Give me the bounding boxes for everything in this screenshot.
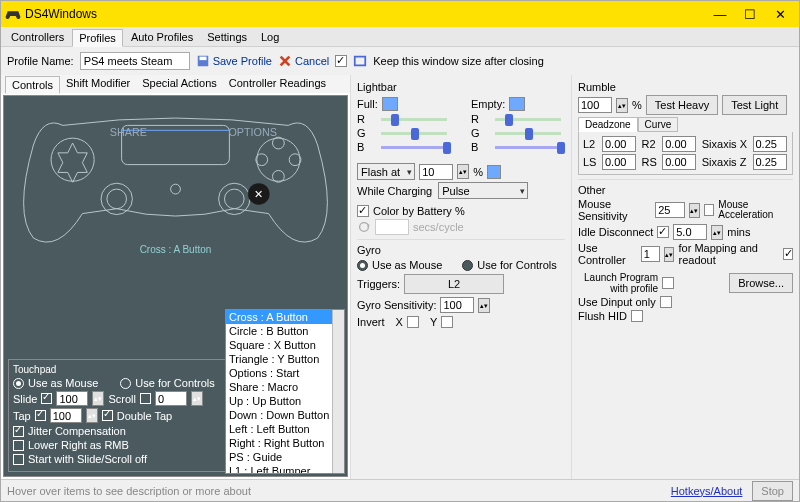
idle-value[interactable]: 5.0 — [673, 224, 707, 240]
tap-value[interactable]: 100 — [50, 408, 82, 423]
jitter-check[interactable] — [13, 426, 24, 437]
slide-value[interactable]: 100 — [56, 391, 88, 406]
ls-value[interactable]: 0.00 — [602, 154, 636, 170]
dinput-check[interactable] — [660, 296, 672, 308]
cancel-icon — [278, 54, 292, 68]
svg-point-7 — [51, 138, 94, 181]
profile-name-input[interactable] — [80, 52, 190, 70]
list-item[interactable]: Right : Right Button — [226, 436, 344, 450]
r2-value[interactable]: 0.00 — [662, 136, 696, 152]
tap-check[interactable] — [35, 410, 46, 421]
scroll-value[interactable]: 0 — [155, 391, 187, 406]
tab-controllers[interactable]: Controllers — [5, 29, 70, 45]
flash-swatch[interactable] — [487, 165, 501, 179]
empty-color[interactable] — [509, 97, 525, 111]
list-item[interactable]: Down : Down Button — [226, 408, 344, 422]
rumble-spinner[interactable]: ▴▾ — [616, 98, 628, 113]
hotkeys-link[interactable]: Hotkeys/About — [671, 485, 743, 497]
full-r-slider[interactable] — [371, 114, 451, 124]
flash-value[interactable]: 10 — [419, 164, 453, 180]
keep-size-checkbox[interactable] — [335, 55, 347, 67]
subtab-special[interactable]: Special Actions — [136, 75, 223, 93]
use-controller-value[interactable]: 1 — [641, 246, 660, 262]
mapping-list[interactable]: Cross : A Button Circle : B Button Squar… — [225, 309, 345, 474]
rumble-value[interactable]: 100 — [578, 97, 612, 113]
slide-spinner[interactable]: ▴▾ — [92, 391, 104, 406]
browse-button[interactable]: Browse... — [729, 273, 793, 293]
list-item[interactable]: Square : X Button — [226, 338, 344, 352]
lower-rmb-check[interactable] — [13, 440, 24, 451]
sixaxis-z-value[interactable]: 0.25 — [753, 154, 787, 170]
idle-check[interactable] — [657, 226, 669, 238]
invert-y-check[interactable] — [441, 316, 453, 328]
subtab-readings[interactable]: Controller Readings — [223, 75, 332, 93]
svg-point-15 — [219, 183, 250, 214]
sixaxis-x-value[interactable]: 0.25 — [753, 136, 787, 152]
close-button[interactable]: ✕ — [765, 7, 795, 22]
start-off-check[interactable] — [13, 454, 24, 465]
mapping-readout-check[interactable] — [783, 248, 793, 260]
tap-spinner[interactable]: ▴▾ — [86, 408, 98, 423]
tab-auto-profiles[interactable]: Auto Profiles — [125, 29, 199, 45]
touchpad-mouse-radio[interactable] — [13, 378, 24, 389]
list-item[interactable]: Options : Start — [226, 366, 344, 380]
svg-point-8 — [257, 138, 300, 181]
rs-value[interactable]: 0.00 — [662, 154, 696, 170]
tab-profiles[interactable]: Profiles — [72, 29, 123, 47]
empty-r-slider[interactable] — [485, 114, 565, 124]
save-profile-button[interactable]: Save Profile — [196, 54, 272, 68]
cycle-icon — [357, 220, 371, 234]
full-g-slider[interactable] — [371, 128, 451, 138]
launch-check[interactable] — [662, 277, 674, 289]
stop-button[interactable]: Stop — [752, 481, 793, 501]
color-battery-check[interactable] — [357, 205, 369, 217]
empty-g-slider[interactable] — [485, 128, 565, 138]
flush-check[interactable] — [631, 310, 643, 322]
tab-log[interactable]: Log — [255, 29, 285, 45]
scroll-spinner[interactable]: ▴▾ — [191, 391, 203, 406]
touchpad-controls-radio[interactable] — [120, 378, 131, 389]
scroll-check[interactable] — [140, 393, 151, 404]
tab-settings[interactable]: Settings — [201, 29, 253, 45]
subtab-controls[interactable]: Controls — [5, 76, 60, 94]
mouse-accel-check[interactable] — [704, 204, 715, 216]
list-item[interactable]: Cross : A Button — [226, 310, 344, 324]
secs-label: secs/cycle — [413, 221, 464, 233]
tab-deadzone[interactable]: Deadzone — [578, 117, 638, 132]
cancel-button[interactable]: Cancel — [278, 54, 329, 68]
l2-value[interactable]: 0.00 — [602, 136, 636, 152]
gyro-sens-spinner[interactable]: ▴▾ — [478, 298, 490, 313]
flash-spinner[interactable]: ▴▾ — [457, 164, 469, 179]
cycle-value — [375, 219, 409, 235]
list-item[interactable]: L1 : Left Bumper — [226, 464, 344, 474]
minimize-button[interactable]: — — [705, 7, 735, 22]
subtab-shift[interactable]: Shift Modifier — [60, 75, 136, 93]
full-color[interactable] — [382, 97, 398, 111]
gyro-mouse-radio[interactable] — [357, 260, 368, 271]
list-item[interactable]: PS : Guide — [226, 450, 344, 464]
list-scrollbar[interactable] — [332, 310, 344, 473]
invert-label: Invert — [357, 316, 385, 328]
gyro-sens-value[interactable]: 100 — [440, 297, 474, 313]
controller-diagram[interactable]: ✕ SHARE OPTIONS Cross : A Button Touchpa… — [3, 95, 348, 477]
invert-x-check[interactable] — [407, 316, 419, 328]
charging-combo[interactable]: Pulse — [438, 182, 528, 199]
test-heavy-button[interactable]: Test Heavy — [646, 95, 718, 115]
lightbar-label: Lightbar — [357, 81, 565, 93]
tab-curve[interactable]: Curve — [638, 117, 679, 132]
test-light-button[interactable]: Test Light — [722, 95, 787, 115]
slide-check[interactable] — [41, 393, 52, 404]
list-item[interactable]: Up : Up Button — [226, 394, 344, 408]
list-item[interactable]: Circle : B Button — [226, 324, 344, 338]
list-item[interactable]: Triangle : Y Button — [226, 352, 344, 366]
list-item[interactable]: Left : Left Button — [226, 422, 344, 436]
mouse-sens-value[interactable]: 25 — [655, 202, 685, 218]
empty-b-slider[interactable] — [485, 142, 565, 152]
list-item[interactable]: Share : Macro — [226, 380, 344, 394]
double-tap-check[interactable] — [102, 410, 113, 421]
flash-combo[interactable]: Flash at — [357, 163, 415, 180]
triggers-button[interactable]: L2 — [404, 274, 504, 294]
gyro-controls-radio[interactable] — [462, 260, 473, 271]
maximize-button[interactable]: ☐ — [735, 7, 765, 22]
full-b-slider[interactable] — [371, 142, 451, 152]
